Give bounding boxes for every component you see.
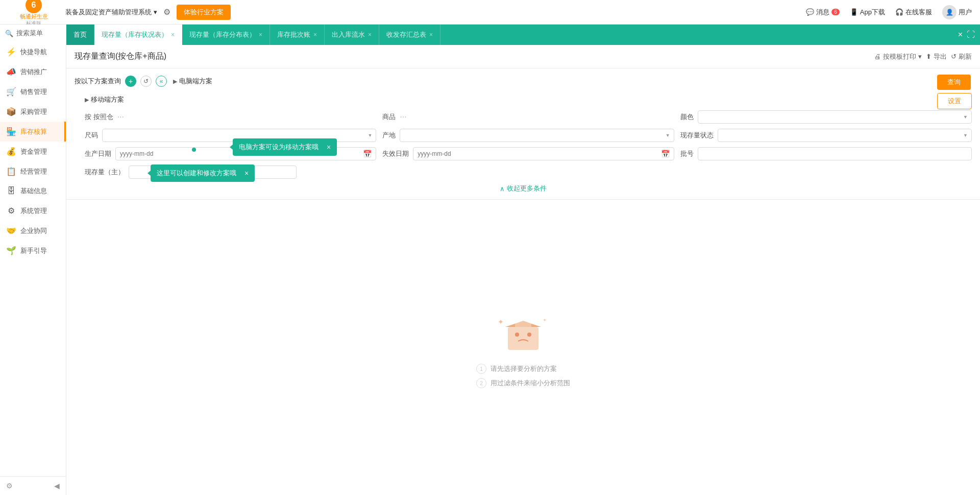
- step-1-text: 请先选择要分析的方案: [491, 364, 557, 373]
- search-menu-button[interactable]: 🔍 搜索菜单: [0, 25, 66, 42]
- svg-text:✦: ✦: [498, 318, 504, 326]
- page-header: 现存量查询(按仓库+商品) 🖨 按模板打印 ▾ ⬆ 导出 ↺ 刷新: [66, 45, 980, 68]
- filter-row-2: 尺码 产地 现存量状态: [85, 129, 972, 142]
- print-button[interactable]: 🖨 按模板打印 ▾: [874, 52, 922, 61]
- desktop-scheme-item[interactable]: ▶ 电脑端方案: [173, 75, 212, 88]
- sidebar-item-quick-nav[interactable]: ⚡ 快捷导航: [0, 42, 66, 62]
- refresh-button[interactable]: ↺ 刷新: [951, 52, 972, 61]
- empty-step-2: 2 用过滤条件来缩小分析范围: [476, 378, 570, 388]
- tab-close-all-button[interactable]: ×: [958, 30, 963, 39]
- tab-batch-account-close[interactable]: ×: [313, 31, 317, 38]
- tab-collect-summary[interactable]: 收发存汇总表 ×: [379, 25, 440, 45]
- goods-filter-item: 商品 ···: [382, 112, 674, 122]
- tab-minimize-button[interactable]: ⛶: [967, 30, 975, 39]
- collapse-button[interactable]: ∧ 收起更多条件: [75, 184, 972, 193]
- tab-spacer: [440, 25, 953, 45]
- set-button[interactable]: 设置: [937, 93, 972, 109]
- stock-status-select[interactable]: [718, 129, 972, 142]
- sidebar-item-marketing[interactable]: 📣 营销推广: [0, 62, 66, 82]
- filter-row-1: 按 按照仓 ··· 商品 ··· 颜色: [85, 110, 972, 124]
- print-chevron-icon: ▾: [918, 53, 922, 60]
- tooltip-create: 这里可以创建和修改方案哦 ×: [151, 164, 255, 182]
- top-bar: 6 畅通好生意 标准版 装备及固定资产辅助管理系统 ▾ ⚙ 体验行业方案 💬 消…: [0, 0, 980, 25]
- app-download-item[interactable]: 📱 App下载: [850, 8, 885, 17]
- export-button[interactable]: ⬆ 导出: [926, 52, 947, 61]
- tab-home[interactable]: 首页: [66, 25, 94, 45]
- origin-select[interactable]: [400, 129, 674, 142]
- filter-scheme-row: 按以下方案查询 + ↺ « ▶ 电脑端方案 电脑方案可设为移动方案哦: [75, 75, 972, 88]
- message-item[interactable]: 💬 消息 6: [806, 8, 840, 17]
- calendar-icon-2: 📅: [661, 150, 670, 158]
- sidebar-item-finance[interactable]: 💰 资金管理: [0, 142, 66, 161]
- print-label: 按模板打印: [883, 52, 916, 61]
- tab-inventory-dist-close[interactable]: ×: [259, 31, 262, 38]
- sidebar-item-purchase[interactable]: 📦 采购管理: [0, 102, 66, 122]
- tab-batch-account-label: 库存批次账: [277, 30, 310, 39]
- empty-state: ✦ ✦ 1 请先选择要分析的方案 2 用过滤条件来缩小分析范围: [66, 200, 980, 495]
- search-button[interactable]: 查询: [937, 75, 971, 90]
- sidebar-item-system-label: 系统管理: [20, 206, 47, 216]
- tab-collect-summary-close[interactable]: ×: [429, 31, 433, 38]
- trial-button[interactable]: 体验行业方案: [177, 5, 231, 20]
- newbie-icon: 🌱: [6, 246, 16, 255]
- warehouse-dots[interactable]: ···: [117, 112, 124, 122]
- sidebar-settings-button[interactable]: ⚙: [6, 482, 13, 490]
- message-icon: 💬: [806, 8, 814, 16]
- expiry-date-input[interactable]: [418, 150, 658, 157]
- sidebar-item-enterprise[interactable]: 🤝 企业协同: [0, 221, 66, 241]
- flash-icon: ⚡: [6, 47, 16, 57]
- online-service-label: 在线客服: [905, 8, 932, 17]
- chevron-down-icon: ▾: [154, 8, 157, 16]
- headset-icon: 🎧: [895, 8, 903, 16]
- online-service-item[interactable]: 🎧 在线客服: [895, 8, 932, 17]
- sidebar-item-newbie[interactable]: 🌱 新手引导: [0, 241, 66, 261]
- expiry-date-label: 失效日期: [382, 149, 409, 158]
- sidebar-item-base-info[interactable]: 🗄 基础信息: [0, 181, 66, 201]
- sidebar-item-operations[interactable]: 📋 经营管理: [0, 161, 66, 181]
- tab-batch-account[interactable]: 库存批次账 ×: [270, 25, 325, 45]
- step-1-num: 1: [476, 364, 486, 374]
- tooltip-create-close[interactable]: ×: [240, 169, 249, 177]
- tab-inventory-status[interactable]: 现存量（库存状况表） ×: [94, 25, 182, 45]
- batch-input[interactable]: [698, 147, 972, 160]
- tooltip-pc-close[interactable]: ×: [323, 143, 331, 151]
- tab-inventory-status-close[interactable]: ×: [171, 31, 175, 38]
- goods-dots[interactable]: ···: [400, 112, 406, 122]
- batch-filter-item: 批号: [680, 147, 972, 160]
- filter-refresh-button[interactable]: ↺: [140, 76, 152, 87]
- collapse-label: 收起更多条件: [507, 184, 547, 193]
- sidebar-item-sales[interactable]: 🛒 销售管理: [0, 82, 66, 102]
- sidebar-item-base-info-label: 基础信息: [20, 186, 47, 196]
- sidebar-collapse-button[interactable]: ◀: [54, 482, 60, 490]
- tab-inventory-dist-label: 现存量（库存分布表）: [189, 30, 256, 39]
- system-name-select[interactable]: 装备及固定资产辅助管理系统 ▾: [65, 8, 157, 17]
- sidebar-item-inventory[interactable]: 🏪 库存核算: [0, 122, 66, 142]
- tabs-bar: 首页 现存量（库存状况表） × 现存量（库存分布表） × 库存批次账 × 出入库…: [66, 25, 980, 45]
- filter-add-button[interactable]: +: [125, 76, 136, 87]
- enterprise-icon: 🤝: [6, 226, 16, 235]
- tab-in-out-flow-label: 出入库流水: [332, 30, 365, 39]
- tab-inventory-dist[interactable]: 现存量（库存分布表） ×: [182, 25, 270, 45]
- sidebar-item-inventory-label: 库存核算: [20, 127, 47, 136]
- right-action-buttons: 查询 设置: [937, 75, 972, 109]
- color-filter-item: 颜色: [680, 110, 972, 124]
- sidebar-item-operations-label: 经营管理: [20, 167, 47, 176]
- filter-area: 按以下方案查询 + ↺ « ▶ 电脑端方案 电脑方案可设为移动方案哦: [66, 68, 980, 200]
- message-label: 消息: [816, 8, 829, 17]
- tab-in-out-flow-close[interactable]: ×: [368, 31, 372, 38]
- tooltip-create-text: 这里可以创建和修改方案哦: [157, 169, 236, 178]
- tree-arrow-icon: ▶: [173, 78, 177, 85]
- sidebar-item-system[interactable]: ⚙ 系统管理: [0, 201, 66, 221]
- mobile-scheme-item[interactable]: ▶ 移动端方案: [85, 93, 972, 106]
- user-item[interactable]: 👤 用户: [942, 5, 972, 19]
- origin-label: 产地: [382, 131, 396, 140]
- tab-in-out-flow[interactable]: 出入库流水 ×: [325, 25, 379, 45]
- color-select[interactable]: [698, 110, 972, 124]
- sidebar-footer: ⚙ ◀: [0, 476, 66, 495]
- settings-button[interactable]: ⚙: [163, 7, 170, 17]
- mobile-tree-arrow-icon: ▶: [85, 97, 89, 103]
- export-label: 导出: [934, 52, 947, 61]
- filter-arrow-button[interactable]: «: [156, 76, 167, 87]
- finance-icon: 💰: [6, 147, 16, 156]
- stock-qty-label: 现存量（主）: [85, 168, 125, 177]
